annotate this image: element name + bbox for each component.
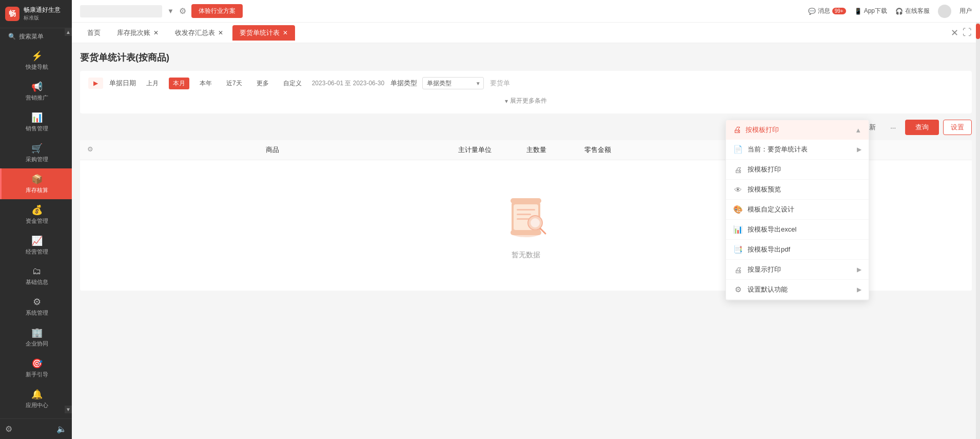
dropdown-item-current[interactable]: 📄 当前：要货单统计表 ▶ [726,140,869,160]
topbar: ▼ ⚙ 体验行业方案 💬 消息 99+ 📱 App下载 🎧 在线客服 用户 [72,0,980,23]
table-col-qty: 主数量 [505,145,567,155]
sidebar-item-enterprise[interactable]: 🏢 企业协同 [0,322,72,353]
date-filter-label: 单据日期 [109,79,136,88]
online-service-icon: 🎧 [895,8,903,15]
sidebar-item-system[interactable]: ⚙ 系统管理 [0,291,72,322]
dropdown-item-template-print[interactable]: 🖨 按模板打印 [726,160,869,180]
topbar-dropdown-icon[interactable]: ▼ [167,7,174,15]
dropdown-close-icon[interactable]: ▲ [855,126,861,134]
tab-expand-icon[interactable]: ⛶ [963,27,972,39]
app-logo-icon: 畅 [5,7,19,21]
messages-label: 消息 [818,7,830,15]
newbie-label: 新手引导 [26,371,48,378]
dropdown-item-display-print[interactable]: 🖨 按显示打印 ▶ [726,260,869,280]
sidebar-item-quick-nav[interactable]: ⚡ 快捷导航 [0,45,72,76]
date-last-month[interactable]: 上月 [142,78,163,89]
dropdown-header[interactable]: 🖨 按模板打印 ▲ [726,120,869,140]
tab-receipt-summary[interactable]: 收发存汇总表 ✕ [168,25,230,41]
sidebar-item-finance[interactable]: 💰 资金管理 [0,199,72,230]
sales-label: 销售管理 [26,125,48,132]
expand-more-row: ▾ 展开更多条件 [88,94,964,107]
svg-rect-4 [517,214,531,215]
more-button[interactable]: ··· [885,121,901,134]
quick-nav-icon: ⚡ [31,50,43,62]
table-settings-col[interactable]: ⚙ [80,145,101,155]
sidebar-item-inventory[interactable]: 📦 库存核算 [0,168,72,199]
dropdown-item-set-default[interactable]: ⚙ 设置默认功能 ▶ [726,280,869,300]
online-service-item[interactable]: 🎧 在线客服 [895,7,930,15]
sidebar-item-sales[interactable]: 📊 销售管理 [0,107,72,138]
sidebar-scroll-up[interactable]: ▲ [65,28,72,36]
sidebar-item-wechat[interactable]: 💬 企业微信 [0,414,72,418]
purchase-icon: 🛒 [31,143,43,154]
expand-down-icon: ▾ [505,98,508,105]
topbar-gear-icon[interactable]: ⚙ [179,6,186,16]
app-download-item[interactable]: 📱 App下载 [854,7,887,15]
user-avatar[interactable] [938,5,951,18]
filter-expand-toggle[interactable]: ▶ [88,78,103,89]
order-type-select[interactable]: 单据类型 [422,77,484,89]
dropdown-print-icon: 🖨 [733,125,741,135]
template-custom-icon: 🎨 [733,205,742,214]
dropdown-item-template-custom[interactable]: 🎨 模板自定义设计 [726,200,869,220]
sidebar-item-purchase[interactable]: 🛒 采购管理 [0,138,72,168]
date-last-7[interactable]: 近7天 [222,78,246,89]
sidebar-item-newbie[interactable]: 🎯 新手引导 [0,353,72,384]
dropdown-item-template-excel[interactable]: 📊 按模板导出excel [726,220,869,240]
topbar-search-input[interactable] [80,5,162,17]
dropdown-item-template-pdf[interactable]: 📑 按模板导出pdf [726,240,869,260]
system-label: 系统管理 [26,309,48,317]
sidebar-item-basic[interactable]: 🗂 基础信息 [0,261,72,291]
appstore-label: 应用中心 [26,402,48,409]
sidebar-item-marketing[interactable]: 📢 营销推广 [0,76,72,107]
settings-bottom-icon[interactable]: ⚙ [5,424,12,434]
sidebar-bottom: ⚙ 🔈 [0,418,72,439]
table-col-amount: 零售金额 [567,145,629,155]
operation-icon: 📈 [31,235,43,246]
sidebar-item-operation[interactable]: 📈 经营管理 [0,230,72,261]
current-template-icon: 📄 [733,145,742,154]
expand-more-label: 展开更多条件 [510,97,547,105]
display-print-arrow: ▶ [857,266,861,273]
order-type-select-wrapper: 单据类型 单据类型 [390,77,484,89]
expand-more-button[interactable]: ▾ 展开更多条件 [500,94,552,107]
date-more[interactable]: 更多 [252,78,273,89]
set-default-arrow: ▶ [857,286,861,293]
dropdown-title: 按模板打印 [746,125,779,135]
settings-button[interactable]: 设置 [943,120,972,135]
audio-bottom-icon[interactable]: 🔈 [56,424,67,434]
messages-item[interactable]: 💬 消息 99+ [808,7,846,15]
date-this-year[interactable]: 本年 [195,78,216,89]
tab-receipt-summary-close[interactable]: ✕ [218,29,223,36]
tab-inventory-batch-close[interactable]: ✕ [153,29,159,36]
tab-order-summary-close[interactable]: ✕ [283,29,288,36]
filter-row: ▶ 单据日期 上月 本月 本年 近7天 更多 自定义 2023-06-01 至 … [88,77,964,89]
set-default-icon: ⚙ [733,285,742,294]
tab-close-all-icon[interactable]: ✕ [951,27,958,39]
tabbar-actions: ✕ ⛶ [951,27,972,39]
messages-badge: 99+ [832,8,846,14]
date-this-month[interactable]: 本月 [169,78,189,89]
sidebar-search[interactable]: 🔍 搜索菜单 [0,28,72,45]
dropdown-item-template-preview[interactable]: 👁 按模板预览 [726,180,869,200]
date-custom[interactable]: 自定义 [279,78,306,89]
trial-button[interactable]: 体验行业方案 [191,4,243,18]
page-scrollbar[interactable] [976,43,980,439]
user-name: 用户 [959,7,972,15]
tabbar: 首页 库存批次账 ✕ 收发存汇总表 ✕ 要货单统计表 ✕ ✕ ⛶ [72,23,980,43]
sidebar-scroll-down[interactable]: ▼ [65,406,72,413]
basic-icon: 🗂 [32,266,42,277]
goods-order-label: 要货单 [490,79,510,88]
system-icon: ⚙ [33,296,41,308]
tab-home-label: 首页 [87,28,101,37]
tab-home[interactable]: 首页 [80,25,108,41]
finance-icon: 💰 [31,204,43,216]
sidebar-item-appstore[interactable]: 🔔 应用中心 [0,384,72,414]
set-default-label: 设置默认功能 [748,285,788,294]
query-button[interactable]: 查询 [905,120,939,135]
svg-rect-9 [511,198,541,203]
tab-inventory-batch[interactable]: 库存批次账 ✕ [110,25,166,41]
app-logo-text: 畅康通好生意 [24,6,61,14]
template-excel-label: 按模板导出excel [748,225,796,234]
tab-order-summary[interactable]: 要货单统计表 ✕ [232,25,295,41]
